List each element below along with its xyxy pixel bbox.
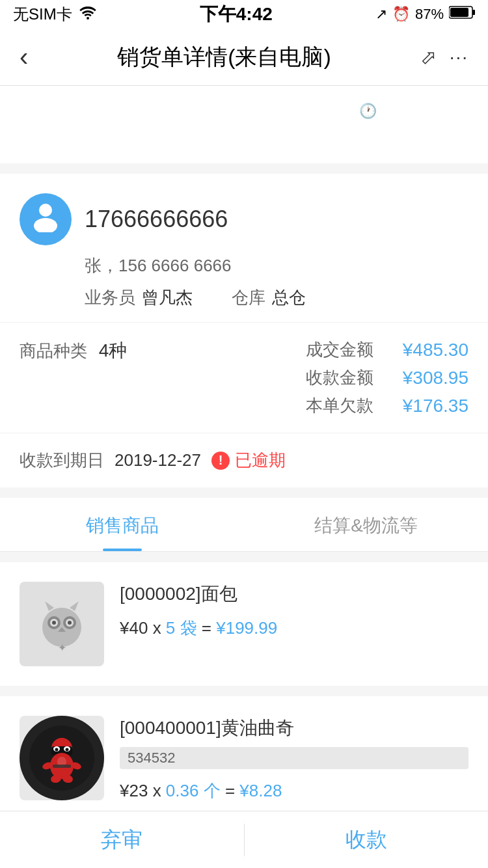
due-date-value: 2019-12-27: [115, 450, 201, 470]
nav-left: ‹: [20, 42, 28, 72]
deal-amount-row: 成交金额 ¥485.30: [306, 338, 468, 361]
product-type-value: 4种: [99, 340, 128, 360]
signal-text: 无SIM卡: [13, 4, 72, 25]
status-bar: 无SIM卡 下午4:42 ↗ ⏰ 87%: [0, 0, 488, 29]
customer-phone: 17666666666: [85, 206, 228, 233]
svg-point-11: [68, 621, 72, 625]
price-base-cookie: ¥23: [120, 781, 148, 800]
nav-bar: ‹ 销货单详情(来自电脑) ⬀ ···: [0, 29, 488, 86]
due-date-label: 收款到期日: [20, 449, 104, 472]
price-total-bread: ¥199.99: [216, 618, 277, 638]
tab-sales-products[interactable]: 销售商品: [0, 498, 244, 551]
badge-shipped: ✓ 已出库: [281, 101, 349, 122]
order-header-banner: SA-20191227-001 ✓ 已生效 ✓ 已出库 🕐 部分收款 单据日期：…: [0, 86, 488, 163]
svg-rect-1: [472, 10, 475, 15]
product-list: ✦ [0000002]面包 ¥40 x 5 袋 = ¥199.99: [0, 562, 488, 822]
due-date-section: 收款到期日 2019-12-27 ! 已逾期: [0, 433, 488, 487]
product-item: ✦ [0000002]面包 ¥40 x 5 袋 = ¥199.99: [0, 562, 488, 686]
product-price-bread: ¥40 x 5 袋 = ¥199.99: [120, 617, 468, 640]
receipt-amount-label: 收款金额: [306, 366, 373, 389]
cancel-review-button[interactable]: 弃审: [0, 811, 244, 868]
svg-marker-13: [45, 601, 54, 611]
price-unit-bread: 袋: [180, 618, 197, 638]
price-base-bread: ¥40: [120, 618, 148, 638]
price-unit-cookie: 个: [204, 781, 221, 800]
status-bar-right: ↗ ⏰ 87%: [375, 5, 475, 23]
checkmark2-icon: ✓: [281, 103, 298, 120]
stats-left: 商品种类 4种: [20, 338, 244, 417]
product-image-bread: ✦: [20, 582, 104, 666]
alarm-icon: ⏰: [392, 6, 410, 23]
svg-marker-14: [70, 601, 79, 611]
battery-text: 87%: [415, 6, 444, 23]
owed-amount-value: ¥176.35: [384, 396, 468, 416]
receipt-amount-value: ¥308.95: [384, 368, 468, 388]
more-button[interactable]: ···: [450, 47, 468, 68]
svg-point-10: [52, 621, 56, 625]
tabs-container: 销售商品 结算&物流等: [0, 498, 488, 552]
price-qty-cookie: 0.36: [166, 781, 199, 800]
price-total-cookie: ¥8.28: [239, 781, 282, 800]
svg-rect-29: [53, 765, 71, 768]
deal-amount-value: ¥485.30: [384, 340, 468, 360]
product-name-cookie: [000400001]黄油曲奇: [120, 716, 468, 740]
svg-point-22: [66, 748, 69, 752]
svg-text:✦: ✦: [58, 642, 66, 653]
product-sku-cookie: 534532: [120, 747, 468, 769]
badge-effective: ✓ 已生效: [203, 101, 271, 122]
status-bar-left: 无SIM卡: [13, 4, 97, 25]
stats-section: 商品种类 4种 成交金额 ¥485.30 收款金额 ¥308.95 本单欠款 ¥…: [0, 322, 488, 433]
price-qty-bread: 5: [166, 618, 175, 638]
warehouse-label: 仓库: [232, 286, 265, 309]
location-icon: ↗: [375, 6, 387, 23]
svg-point-4: [34, 218, 57, 232]
product-name-bread: [0000002]面包: [120, 582, 468, 606]
product-item-cookie: [000400001]黄油曲奇 534532 ¥23 x 0.36 个 = ¥8…: [0, 696, 488, 822]
battery-icon: [449, 5, 475, 23]
receipt-amount-row: 收款金额 ¥308.95: [306, 366, 468, 389]
salesperson-value: 曾凡杰: [142, 286, 193, 309]
wifi-icon: [79, 5, 97, 23]
bottom-bar: 弃审 收款: [0, 811, 488, 868]
stats-right: 成交金额 ¥485.30 收款金额 ¥308.95 本单欠款 ¥176.35: [244, 338, 468, 417]
collect-payment-button[interactable]: 收款: [245, 811, 489, 868]
badge-partial-receipt: 🕐 部分收款: [359, 101, 443, 122]
order-id: SA-20191227-001: [20, 99, 190, 123]
customer-meta: 业务员 曾凡杰 仓库 总仓: [20, 286, 468, 309]
overdue-badge: ! 已逾期: [211, 449, 286, 472]
product-price-cookie: ¥23 x 0.36 个 = ¥8.28: [120, 780, 468, 802]
overdue-icon: !: [211, 452, 230, 470]
status-badges: ✓ 已生效 ✓ 已出库 🕐 部分收款: [203, 101, 443, 122]
clock-icon: 🕐: [359, 103, 377, 120]
product-logo-circle: [20, 716, 104, 800]
tab-settlement-logistics[interactable]: 结算&物流等: [244, 498, 488, 551]
checkmark-icon: ✓: [203, 103, 220, 120]
customer-name: 张，156 6666 6666: [20, 254, 468, 277]
share-button[interactable]: ⬀: [420, 46, 437, 68]
salesperson-label: 业务员: [85, 286, 135, 309]
owed-amount-row: 本单欠款 ¥176.35: [306, 394, 468, 417]
product-details: [0000002]面包 ¥40 x 5 袋 = ¥199.99: [120, 582, 468, 666]
overdue-text: 已逾期: [235, 449, 286, 472]
order-date-info: 单据日期：2019-12-27 | 打印 2 次: [20, 129, 468, 150]
nav-right: ⬀ ···: [420, 46, 468, 68]
page-title: 销货单详情(来自电脑): [117, 42, 331, 72]
warehouse-value: 总仓: [272, 286, 306, 309]
product-image-cookie: [20, 716, 104, 800]
svg-point-3: [39, 204, 52, 217]
svg-point-21: [55, 748, 59, 752]
product-details-cookie: [000400001]黄油曲奇 534532 ¥23 x 0.36 个 = ¥8…: [120, 716, 468, 802]
owed-amount-label: 本单欠款: [306, 394, 373, 417]
customer-section: 17666666666 张，156 6666 6666 业务员 曾凡杰 仓库 总…: [0, 174, 488, 487]
product-type-label: 商品种类: [20, 341, 87, 360]
customer-avatar: [20, 193, 72, 245]
person-icon: [29, 200, 62, 239]
back-button[interactable]: ‹: [20, 42, 28, 72]
status-time: 下午4:42: [200, 2, 273, 27]
svg-rect-2: [450, 8, 468, 17]
deal-amount-label: 成交金额: [306, 338, 373, 361]
